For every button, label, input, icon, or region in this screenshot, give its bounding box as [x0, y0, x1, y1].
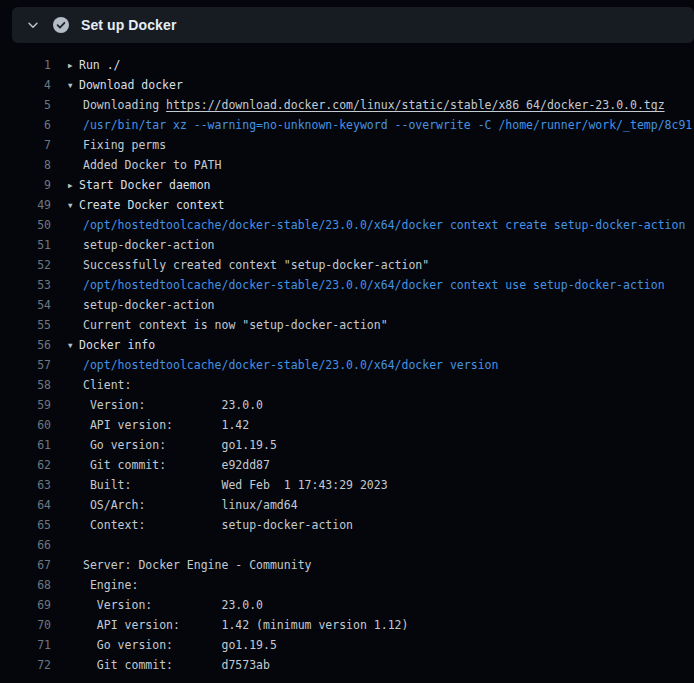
line-number[interactable]: 50	[0, 215, 51, 235]
log-command-text: /opt/hostedtoolcache/docker-stable/23.0.…	[51, 275, 665, 295]
log-line: 69 Version: 23.0.0	[0, 595, 694, 615]
line-number[interactable]: 58	[0, 375, 51, 395]
group-title: Create Docker context	[79, 198, 224, 212]
log-line: 62 Git commit: e92dd87	[0, 455, 694, 475]
log-output: 1▶Run ./4▼Download docker5Downloading ht…	[0, 43, 694, 675]
group-collapsed-triangle-icon[interactable]: ▶	[68, 56, 79, 76]
log-text-value: Fixing perms	[83, 138, 166, 152]
log-line: 53/opt/hostedtoolcache/docker-stable/23.…	[0, 275, 694, 295]
line-number[interactable]: 63	[0, 475, 51, 495]
log-text-value: Engine:	[83, 578, 138, 592]
log-text-value: Client:	[83, 378, 131, 392]
log-line: 55Current context is now "setup-docker-a…	[0, 315, 694, 335]
line-number[interactable]: 67	[0, 555, 51, 575]
log-line: 67Server: Docker Engine - Community	[0, 555, 694, 575]
log-line: 70 API version: 1.42 (minimum version 1.…	[0, 615, 694, 635]
group-header[interactable]: ▶Run ./	[51, 55, 121, 75]
group-collapsed-triangle-icon[interactable]: ▶	[68, 176, 79, 196]
log-line: 7Fixing perms	[0, 135, 694, 155]
log-text-value: Go version: go1.19.5	[83, 438, 277, 452]
log-text: setup-docker-action	[51, 235, 215, 255]
log-text-value: setup-docker-action	[83, 238, 215, 252]
log-text	[51, 535, 83, 555]
log-text: Version: 23.0.0	[51, 595, 263, 615]
group-expanded-triangle-icon[interactable]: ▼	[68, 336, 79, 356]
group-header[interactable]: ▼Docker info	[51, 335, 155, 355]
line-number[interactable]: 61	[0, 435, 51, 455]
line-number[interactable]: 57	[0, 355, 51, 375]
group-title: Start Docker daemon	[79, 178, 211, 192]
log-text: Added Docker to PATH	[51, 155, 221, 175]
log-line: 1▶Run ./	[0, 55, 694, 75]
line-number[interactable]: 4	[0, 75, 51, 95]
log-text-value: /opt/hostedtoolcache/docker-stable/23.0.…	[83, 278, 665, 292]
log-line: 57/opt/hostedtoolcache/docker-stable/23.…	[0, 355, 694, 375]
log-line: 60 API version: 1.42	[0, 415, 694, 435]
log-line: 54setup-docker-action	[0, 295, 694, 315]
line-number[interactable]: 59	[0, 395, 51, 415]
line-number[interactable]: 1	[0, 55, 51, 75]
line-number[interactable]: 56	[0, 335, 51, 355]
chevron-down-icon[interactable]	[25, 17, 41, 33]
log-url-link[interactable]: https://download.docker.com/linux/static…	[166, 98, 665, 112]
line-number[interactable]: 64	[0, 495, 51, 515]
line-number[interactable]: 69	[0, 595, 51, 615]
log-text-value: Current context is now "setup-docker-act…	[83, 318, 388, 332]
log-line: 59 Version: 23.0.0	[0, 395, 694, 415]
line-number[interactable]: 70	[0, 615, 51, 635]
line-number[interactable]: 62	[0, 455, 51, 475]
step-status-check-icon	[53, 17, 69, 33]
line-number[interactable]: 60	[0, 415, 51, 435]
log-text-value: Built: Wed Feb 1 17:43:29 2023	[83, 478, 388, 492]
log-text: Fixing perms	[51, 135, 166, 155]
log-text-value: Added Docker to PATH	[83, 158, 221, 172]
log-text: Built: Wed Feb 1 17:43:29 2023	[51, 475, 388, 495]
line-number[interactable]: 55	[0, 315, 51, 335]
log-text: Current context is now "setup-docker-act…	[51, 315, 388, 335]
group-expanded-triangle-icon[interactable]: ▼	[68, 76, 79, 96]
group-expanded-triangle-icon[interactable]: ▼	[68, 196, 79, 216]
line-number[interactable]: 71	[0, 635, 51, 655]
log-line: 65 Context: setup-docker-action	[0, 515, 694, 535]
group-title: Run ./	[79, 58, 121, 72]
line-number[interactable]: 72	[0, 655, 51, 675]
log-line: 50/opt/hostedtoolcache/docker-stable/23.…	[0, 215, 694, 235]
line-number[interactable]: 66	[0, 535, 51, 555]
log-text-prefix: Downloading	[83, 98, 166, 112]
group-header[interactable]: ▼Create Docker context	[51, 195, 224, 215]
log-line: 51setup-docker-action	[0, 235, 694, 255]
log-text-value: Go version: go1.19.5	[83, 638, 277, 652]
log-text-value: Server: Docker Engine - Community	[83, 558, 311, 572]
line-number[interactable]: 54	[0, 295, 51, 315]
line-number[interactable]: 53	[0, 275, 51, 295]
log-text-value: OS/Arch: linux/amd64	[83, 498, 298, 512]
log-text-value: Version: 23.0.0	[83, 398, 263, 412]
log-command-text: /opt/hostedtoolcache/docker-stable/23.0.…	[51, 215, 685, 235]
line-number[interactable]: 9	[0, 175, 51, 195]
line-number[interactable]: 6	[0, 115, 51, 135]
line-number[interactable]: 51	[0, 235, 51, 255]
step-header[interactable]: Set up Docker	[12, 7, 694, 43]
log-text-value: Git commit: d7573ab	[83, 658, 270, 672]
log-line: 63 Built: Wed Feb 1 17:43:29 2023	[0, 475, 694, 495]
line-number[interactable]: 8	[0, 155, 51, 175]
log-line: 66	[0, 535, 694, 555]
line-number[interactable]: 49	[0, 195, 51, 215]
log-line: 4▼Download docker	[0, 75, 694, 95]
line-number[interactable]: 52	[0, 255, 51, 275]
log-text: Server: Docker Engine - Community	[51, 555, 311, 575]
line-number[interactable]: 7	[0, 135, 51, 155]
line-number[interactable]: 68	[0, 575, 51, 595]
log-line: 61 Go version: go1.19.5	[0, 435, 694, 455]
log-text: Go version: go1.19.5	[51, 635, 277, 655]
log-line: 68 Engine:	[0, 575, 694, 595]
log-text: Engine:	[51, 575, 138, 595]
log-line: 5Downloading https://download.docker.com…	[0, 95, 694, 115]
line-number[interactable]: 65	[0, 515, 51, 535]
log-text: Downloading https://download.docker.com/…	[51, 95, 665, 115]
log-text: Version: 23.0.0	[51, 395, 263, 415]
line-number[interactable]: 5	[0, 95, 51, 115]
group-header[interactable]: ▼Download docker	[51, 75, 183, 95]
log-text-value: /usr/bin/tar xz --warning=no-unknown-key…	[83, 118, 692, 132]
group-header[interactable]: ▶Start Docker daemon	[51, 175, 211, 195]
